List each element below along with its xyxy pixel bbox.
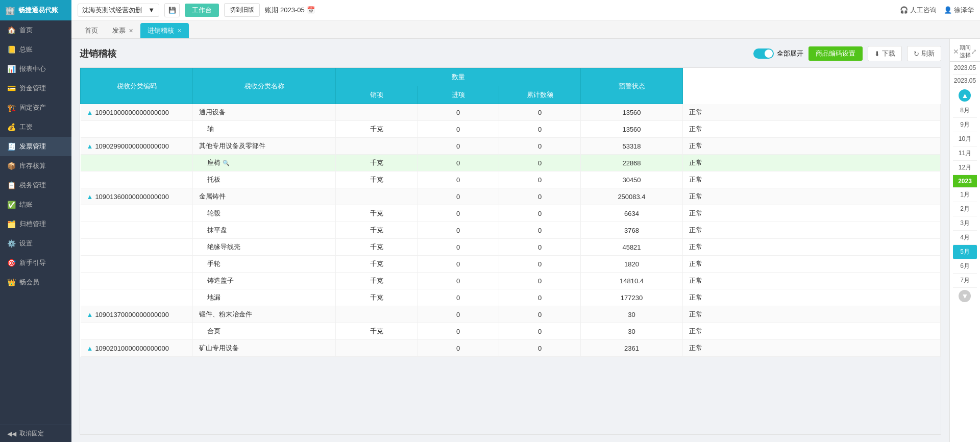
row-unit: 千克 [336,121,418,138]
period-month-item[interactable]: 2023 [953,175,977,188]
sidebar-item-invoice[interactable]: 🧾 发票管理 [0,137,71,156]
period-header-item[interactable]: 2023.05 [953,62,977,75]
tab-invoice[interactable]: 发票 ✕ [105,23,140,38]
panel-close-button[interactable]: ✕ [953,47,959,56]
expand-arrow[interactable]: ▲ [87,345,93,352]
period-month-item[interactable]: 7月 [953,274,977,288]
row-status: 正常 [683,222,941,239]
row-name: 抹平盘 [193,222,336,239]
row-unit: 千克 [336,273,418,289]
sidebar-label-ledger: 总账 [19,45,33,54]
row-status: 正常 [683,340,941,357]
period-header-item[interactable]: 2023.05 [953,75,977,87]
tax-icon: 📋 [7,181,15,189]
refresh-button[interactable]: ↻ 刷新 [907,46,941,61]
inventory-icon: 📦 [7,162,15,170]
refresh-label: 刷新 [921,49,935,58]
period-month-item[interactable]: 5月 [953,245,977,259]
calendar-icon[interactable]: 📅 [307,6,315,14]
expand-arrow[interactable]: ▲ [87,193,93,201]
search-icon[interactable]: 🔍 [223,160,230,166]
support-button[interactable]: 🎧 人工咨询 [900,6,937,15]
row-unit [336,188,418,205]
sidebar-item-membership[interactable]: 👑 畅会员 [0,273,71,292]
period-month-item[interactable]: 4月 [953,231,977,245]
settings-icon: ⚙️ [7,239,15,248]
sidebar-label-guide: 新手引导 [19,258,46,267]
row-sales: 0 [418,104,499,121]
app-name: 畅捷通易代账 [18,6,58,15]
payroll-icon: 💰 [7,123,15,131]
row-status: 正常 [683,205,941,222]
tab-reconcile[interactable]: 进销稽核 ✕ [140,23,189,38]
row-unit: 千克 [336,155,418,171]
expand-arrow[interactable]: ▲ [87,109,93,116]
row-total: 177230 [581,289,683,306]
row-name: 矿山专用设备 [193,340,336,357]
period-month-item[interactable]: 10月 [953,132,977,146]
row-unit: 千克 [336,239,418,256]
period-month-item[interactable]: 6月 [953,259,977,274]
period-month-item[interactable]: 12月 [953,161,977,175]
row-sales: 0 [418,138,499,155]
period-month-item[interactable]: 9月 [953,118,977,132]
sidebar-item-funds[interactable]: 💳 资金管理 [0,79,71,98]
row-purchase: 0 [499,121,581,138]
sidebar-label-archive: 归档管理 [19,219,46,229]
switch-version-button[interactable]: 切到旧版 [224,3,260,17]
table-row: ▲10902010000000000000矿山专用设备002361正常 [81,340,941,357]
period-month-item[interactable]: 2月 [953,202,977,216]
sidebar-item-archive[interactable]: 🗂️ 归档管理 [0,214,71,234]
panel-title: 期间选择 [959,44,971,59]
row-sales: 0 [418,306,499,323]
company-selector[interactable]: 沈海英测试经营勿删 ▼ [78,4,159,17]
table-row: 轴千克0013560正常 [81,121,941,138]
period-month-item[interactable]: 3月 [953,216,977,231]
row-name: 轴 [193,121,336,138]
row-status: 正常 [683,306,941,323]
download-button[interactable]: ⬇ 下载 [868,46,902,61]
expand-arrow[interactable]: ▲ [87,311,93,318]
row-purchase: 0 [499,222,581,239]
sidebar-item-ledger[interactable]: 📒 总账 [0,40,71,59]
sidebar-item-tax[interactable]: 📋 税务管理 [0,176,71,195]
period-month-item[interactable]: 11月 [953,146,977,161]
tab-home[interactable]: 首页 [78,23,105,38]
sidebar-item-payroll[interactable]: 💰 工资 [0,117,71,137]
row-total: 250083.4 [581,188,683,205]
expand-toggle[interactable] [753,48,774,59]
tab-reconcile-label: 进销稽核 [148,26,174,35]
sidebar-item-reports[interactable]: 📊 报表中心 [0,59,71,79]
period-nav-up[interactable]: ▲ [959,89,971,102]
row-sales: 0 [418,273,499,289]
product-code-settings-button[interactable]: 商品编码设置 [808,46,863,61]
save-button[interactable]: 💾 [164,3,180,17]
sidebar-item-assets[interactable]: 🏗️ 固定资产 [0,98,71,117]
period-nav-down[interactable]: ▼ [959,290,971,302]
sidebar-label-inventory: 库存核算 [19,161,46,170]
tab-invoice-close[interactable]: ✕ [129,28,133,34]
download-label: 下载 [882,49,895,58]
unpin-button[interactable]: ◀◀ 取消固定 [0,425,71,442]
panel-expand-button[interactable]: ⤢ [971,47,977,56]
expand-arrow[interactable]: ▲ [87,142,93,150]
col-header-sales: 销项 [336,86,418,104]
sidebar-item-guide[interactable]: 🎯 新手引导 [0,253,71,273]
sidebar-item-settings[interactable]: ⚙️ 设置 [0,234,71,253]
row-purchase: 0 [499,340,581,357]
row-code [81,121,193,138]
period-month-item[interactable]: 1月 [953,188,977,202]
row-name: 座椅 🔍 [193,155,336,171]
period-month-item[interactable]: 8月 [953,104,977,118]
workbench-button[interactable]: 工作台 [185,4,219,17]
tab-bar: 首页 发票 ✕ 进销稽核 ✕ [71,20,980,39]
sidebar-item-closing[interactable]: ✅ 结账 [0,195,71,214]
page-header: 进销稽核 全部展开 商品编码设置 ⬇ 下载 ↻ 刷新 [80,46,941,61]
row-unit: 千克 [336,171,418,188]
sidebar-item-inventory[interactable]: 📦 库存核算 [0,156,71,176]
user-menu[interactable]: 👤 徐泽华 [944,6,974,15]
sidebar-item-home[interactable]: 🏠 首页 [0,20,71,40]
tab-reconcile-close[interactable]: ✕ [177,28,182,34]
ledger-icon: 📒 [7,45,15,54]
row-status: 正常 [683,188,941,205]
